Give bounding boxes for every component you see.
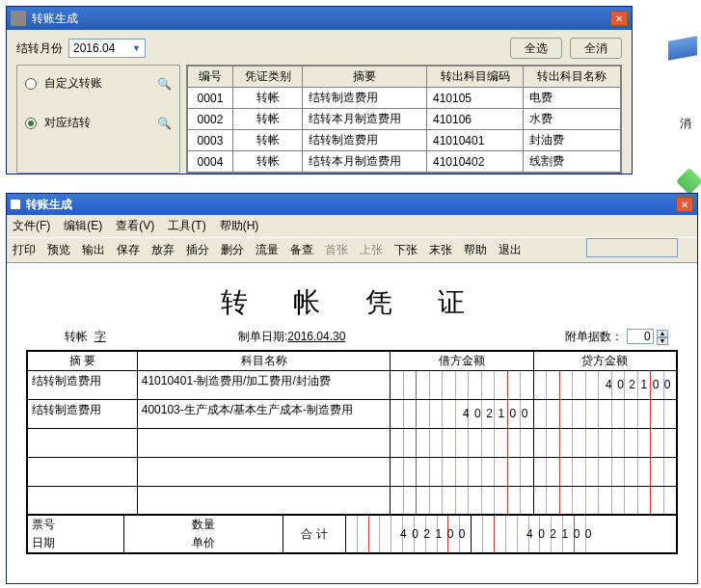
- radio-match[interactable]: 对应结转 🔍: [25, 115, 172, 131]
- voucher-type: 转帐 字: [65, 329, 106, 345]
- table-row[interactable]: 0002转帐结转本月制造费用410106水费: [188, 109, 621, 130]
- side-label: 消: [680, 116, 691, 132]
- menu-item[interactable]: 文件(F): [13, 218, 50, 234]
- vtable-header: 贷方金额: [533, 351, 677, 370]
- menu-item[interactable]: 编辑(E): [64, 218, 102, 234]
- attachment-input[interactable]: 0: [627, 329, 654, 344]
- grid-header[interactable]: 摘要: [303, 67, 427, 88]
- folder-icon: [668, 36, 697, 60]
- debit-sum: 402100: [346, 516, 472, 552]
- table-row[interactable]: 0001转帐结转制造费用410105电费: [188, 88, 621, 109]
- sum-label: 合 计: [283, 516, 346, 552]
- menu-item[interactable]: 查看(V): [116, 218, 154, 234]
- voucher-row[interactable]: [27, 486, 677, 515]
- voucher-window-title: 转账生成: [26, 197, 676, 213]
- mode-panel: 自定义转账 🔍 对应结转 🔍: [16, 65, 180, 174]
- vtable-header: 摘 要: [27, 351, 137, 370]
- transfer-grid[interactable]: 编号凭证类别摘要转出科目编码转出科目名称0001转帐结转制造费用410105电费…: [186, 65, 622, 174]
- spinner[interactable]: ▲▼: [657, 330, 668, 345]
- select-all-button[interactable]: 全选: [510, 38, 562, 59]
- toolbar-button[interactable]: 保存: [117, 242, 140, 258]
- vtable-header: 科目名称: [137, 351, 391, 370]
- voucher-row[interactable]: [27, 457, 677, 486]
- price-label: 单价: [188, 534, 219, 552]
- toolbar-button[interactable]: 打印: [13, 242, 36, 258]
- transfer-dialog: 转账生成 ✕ 结转月份 2016.04 ▼ 全选 全消 自定义转账 🔍: [6, 6, 633, 174]
- vtable-header: 借方金额: [391, 351, 534, 370]
- table-row[interactable]: 0004转帐结转本月制造费用41010402线割费: [188, 151, 621, 173]
- menu-item[interactable]: 工具(T): [168, 218, 205, 234]
- close-icon[interactable]: ✕: [676, 197, 693, 212]
- voucher-window: 转账生成 ✕ 文件(F)编辑(E)查看(V)工具(T)帮助(H) 打印预览输出保…: [6, 193, 698, 584]
- search-icon[interactable]: 🔍: [156, 116, 172, 131]
- toolbar-button[interactable]: 备查: [290, 242, 313, 258]
- qty-label: 数量: [188, 516, 219, 534]
- menu-item[interactable]: 帮助(H): [220, 218, 259, 234]
- app-icon: [11, 200, 20, 209]
- toolbar-button[interactable]: 下张: [394, 242, 418, 258]
- radio-icon: [25, 78, 37, 90]
- toolbar-button[interactable]: 预览: [47, 242, 70, 258]
- toolbar-button[interactable]: 末张: [429, 242, 452, 258]
- toolbar-button[interactable]: 删分: [221, 242, 244, 258]
- voucher-row[interactable]: [27, 428, 677, 457]
- grid-header[interactable]: 凭证类别: [232, 67, 302, 88]
- table-row[interactable]: 0003转帐结转制造费用41010401封油费: [188, 130, 621, 151]
- toolbar-button[interactable]: 流量: [256, 242, 279, 258]
- toolbar-button[interactable]: 放弃: [151, 242, 175, 258]
- voucher-number-box[interactable]: [586, 238, 678, 257]
- voucher-date: 制单日期:2016.04.30: [238, 329, 345, 345]
- voucher-row[interactable]: 结转制造费用400103-生产成本/基本生产成本-制造费用402100: [27, 399, 677, 428]
- month-value: 2016.04: [73, 41, 115, 55]
- toolbar-button[interactable]: 插分: [186, 242, 209, 258]
- voucher-row[interactable]: 结转制造费用41010401-制造费用/加工费用/封油费402100: [27, 370, 677, 399]
- toolbar-button[interactable]: 上张: [360, 242, 383, 258]
- radio-icon: [25, 118, 37, 129]
- month-select[interactable]: 2016.04 ▼: [68, 39, 146, 58]
- menubar: 文件(F)编辑(E)查看(V)工具(T)帮助(H): [7, 215, 697, 238]
- toolbar-button[interactable]: 退出: [499, 242, 522, 258]
- attachment-count: 附单据数： 0 ▲▼: [565, 329, 668, 345]
- grid-header[interactable]: 转出科目名称: [524, 67, 621, 88]
- close-icon[interactable]: ✕: [610, 11, 628, 26]
- search-icon[interactable]: 🔍: [156, 76, 172, 92]
- grid-header[interactable]: 转出科目编码: [426, 67, 524, 88]
- voucher-table[interactable]: 摘 要科目名称借方金额贷方金额结转制造费用41010401-制造费用/加工费用/…: [26, 350, 678, 516]
- grid-header[interactable]: 编号: [188, 67, 233, 88]
- app-icon: [11, 11, 26, 26]
- chevron-down-icon: ▼: [132, 43, 141, 53]
- deselect-all-button[interactable]: 全消: [570, 38, 622, 59]
- ticket-label: 票号: [28, 516, 123, 534]
- dialog-titlebar[interactable]: 转账生成 ✕: [7, 7, 632, 30]
- toolbar-button[interactable]: 首张: [325, 242, 348, 258]
- voucher-footer: 票号 日期 数量 单价 合 计 402100 402100: [26, 516, 678, 554]
- month-label: 结转月份: [16, 40, 63, 57]
- date-label: 日期: [28, 534, 123, 552]
- decor-icon: [676, 168, 701, 195]
- voucher-titlebar[interactable]: 转账生成 ✕: [7, 194, 697, 215]
- dialog-title: 转账生成: [32, 11, 610, 27]
- toolbar-button[interactable]: 输出: [82, 242, 105, 258]
- voucher-title: 转 帐 凭 证: [26, 284, 678, 321]
- toolbar-button[interactable]: 帮助: [464, 242, 487, 258]
- credit-sum: 402100: [472, 516, 597, 552]
- radio-custom[interactable]: 自定义转账 🔍: [25, 75, 172, 92]
